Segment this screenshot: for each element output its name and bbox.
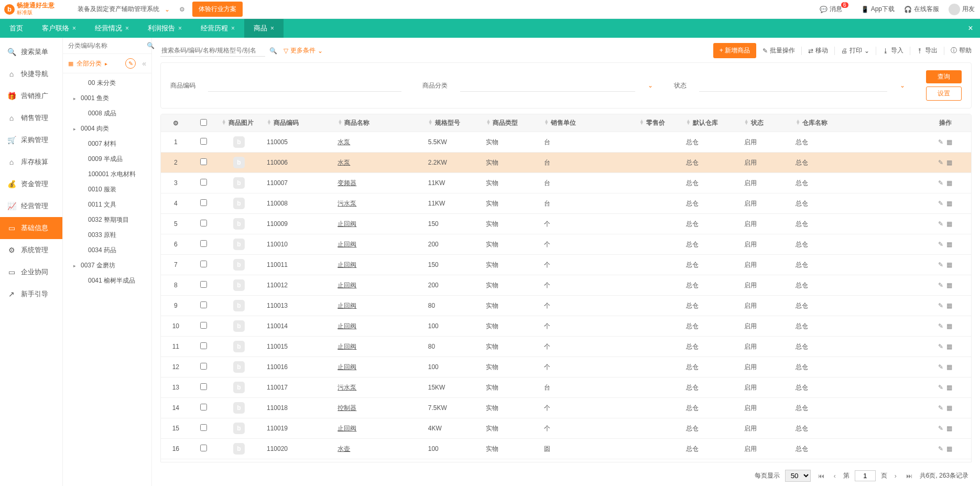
product-image-icon[interactable]: b (233, 361, 245, 373)
category-node[interactable]: 100001 水电材料 (63, 167, 151, 182)
row-check[interactable] (200, 404, 207, 411)
edit-icon[interactable]: ✎ (938, 445, 943, 452)
page-first[interactable]: ⏮ (816, 472, 826, 480)
more-icon[interactable]: ▦ (946, 322, 952, 330)
try-button[interactable]: 体验行业方案 (192, 2, 243, 17)
table-row[interactable]: 11b110015止回阀80实物个总仓启用总仓✎▦ (161, 337, 971, 357)
gear-icon[interactable]: ⚙ (179, 6, 185, 13)
product-name-link[interactable]: 止回阀 (337, 220, 356, 228)
nav-搜索菜单[interactable]: 🔍搜索菜单 (0, 41, 62, 63)
table-row[interactable]: 3b110007变频器11KW实物台总仓启用总仓✎▦ (161, 173, 971, 193)
table-row[interactable]: 4b110008污水泵11KW实物台总仓启用总仓✎▦ (161, 193, 971, 214)
product-image-icon[interactable]: b (233, 443, 245, 455)
filter-category-input[interactable] (460, 80, 636, 92)
nav-基础信息[interactable]: ▭基础信息 (0, 217, 62, 239)
table-row[interactable]: 13b110017污水泵15KW实物台总仓启用总仓✎▦ (161, 377, 971, 398)
more-icon[interactable]: ▦ (946, 302, 952, 309)
edit-category-icon[interactable]: ✎ (125, 58, 136, 69)
page-last[interactable]: ⏭ (904, 472, 914, 480)
more-conditions[interactable]: ▽ 更多条件 ⌄ (284, 46, 323, 55)
col-whname[interactable]: ▲▼仓库名称 (790, 114, 919, 132)
edit-icon[interactable]: ✎ (938, 425, 943, 432)
row-check[interactable] (200, 342, 207, 349)
product-image-icon[interactable]: b (233, 218, 245, 230)
row-check[interactable] (200, 199, 207, 206)
batch-ops[interactable]: ✎批量操作 (763, 46, 795, 55)
edit-icon[interactable]: ✎ (938, 343, 943, 350)
nav-系统管理[interactable]: ⚙系统管理 (0, 239, 62, 261)
product-image-icon[interactable]: b (233, 259, 245, 271)
product-image-icon[interactable]: b (233, 239, 245, 250)
edit-icon[interactable]: ✎ (938, 138, 943, 146)
filter-code-input[interactable] (208, 80, 401, 92)
edit-icon[interactable]: ✎ (938, 159, 943, 166)
close-all-tabs[interactable]: × (961, 19, 980, 38)
row-check[interactable] (200, 261, 207, 267)
table-row[interactable]: 17b110021水壶100实物圆总仓启用总仓✎▦ (161, 459, 971, 463)
more-icon[interactable]: ▦ (946, 241, 952, 248)
row-check[interactable] (200, 240, 207, 247)
print-button[interactable]: 🖨打印⌄ (841, 46, 869, 55)
setting-button[interactable]: 设置 (926, 87, 962, 101)
more-icon[interactable]: ▦ (946, 200, 952, 207)
product-image-icon[interactable]: b (233, 341, 245, 352)
more-icon[interactable]: ▦ (946, 425, 952, 432)
row-check[interactable] (200, 220, 207, 226)
row-check[interactable] (200, 445, 207, 451)
product-name-link[interactable]: 止回阀 (337, 261, 356, 268)
table-row[interactable]: 1b110005水泵5.5KW实物台总仓启用总仓✎▦ (161, 132, 971, 153)
tab-经营情况[interactable]: 经营情况× (85, 19, 138, 38)
close-icon[interactable]: × (178, 25, 182, 32)
chevron-down-icon[interactable]: ⌄ (648, 82, 653, 89)
category-all[interactable]: ▦ 全部分类 ▸ ✎ « (63, 54, 151, 73)
app-download-link[interactable]: 📱 App下载 (861, 5, 895, 14)
close-icon[interactable]: × (270, 25, 274, 32)
row-check[interactable] (200, 322, 207, 329)
search-icon[interactable]: 🔍 (269, 47, 277, 55)
tab-客户联络[interactable]: 客户联络× (32, 19, 85, 38)
nav-资金管理[interactable]: 💰资金管理 (0, 173, 62, 195)
more-icon[interactable]: ▦ (946, 363, 952, 371)
product-name-link[interactable]: 止回阀 (337, 425, 356, 432)
close-icon[interactable]: × (125, 25, 129, 32)
edit-icon[interactable]: ✎ (938, 404, 943, 412)
nav-采购管理[interactable]: 🛒采购管理 (0, 129, 62, 151)
product-name-link[interactable]: 止回阀 (337, 241, 356, 248)
tab-商品[interactable]: 商品× (244, 19, 284, 38)
category-node[interactable]: 0007 材料 (63, 136, 151, 152)
product-name-link[interactable]: 水泵 (337, 159, 350, 166)
nav-库存核算[interactable]: ⌂库存核算 (0, 151, 62, 173)
category-node[interactable]: 0032 整期项目 (63, 212, 151, 228)
nav-快捷导航[interactable]: ⌂快捷导航 (0, 63, 62, 85)
category-node[interactable]: 0009 半成品 (63, 152, 151, 167)
col-unit[interactable]: ▲▼销售单位 (539, 114, 609, 132)
product-image-icon[interactable]: b (233, 382, 245, 393)
more-icon[interactable]: ▦ (946, 179, 952, 187)
product-table-wrap[interactable]: ⚙ ▲▼商品图片 ▲▼商品编码 ▲▼商品名称 ▲▼规格型号 ▲▼商品类型 ▲▼销… (160, 114, 972, 462)
page-prev[interactable]: ‹ (832, 472, 838, 480)
category-node[interactable]: 0041 榆树半成品 (63, 273, 151, 288)
table-row[interactable]: 14b110018控制器7.5KW实物个总仓启用总仓✎▦ (161, 398, 971, 418)
table-row[interactable]: 6b110010止回阀200实物个总仓启用总仓✎▦ (161, 234, 971, 255)
table-row[interactable]: 2b110006水泵2.2KW实物台总仓启用总仓✎▦ (161, 153, 971, 173)
nav-新手引导[interactable]: ↗新手引导 (0, 283, 62, 305)
more-icon[interactable]: ▦ (946, 445, 952, 452)
collapse-icon[interactable]: « (142, 59, 146, 68)
category-node[interactable]: 0008 成品 (63, 106, 151, 121)
query-button[interactable]: 查询 (926, 70, 962, 83)
more-icon[interactable]: ▦ (946, 343, 952, 350)
table-row[interactable]: 7b110011止回阀150实物个总仓启用总仓✎▦ (161, 255, 971, 275)
tab-经营历程[interactable]: 经营历程× (191, 19, 244, 38)
category-node[interactable]: ▸0001 鱼类 (63, 91, 151, 106)
table-row[interactable]: 8b110012止回阀200实物个总仓启用总仓✎▦ (161, 275, 971, 296)
edit-icon[interactable]: ✎ (938, 261, 943, 268)
product-image-icon[interactable]: b (233, 423, 245, 434)
col-img[interactable]: ▲▼商品图片 (216, 114, 262, 132)
move-button[interactable]: ⇄移动 (808, 46, 828, 55)
product-image-icon[interactable]: b (233, 402, 245, 414)
user-menu[interactable]: 用友 (949, 4, 975, 15)
row-check[interactable] (200, 424, 207, 431)
edit-icon[interactable]: ✎ (938, 179, 943, 187)
product-image-icon[interactable]: b (233, 177, 245, 189)
more-icon[interactable]: ▦ (946, 220, 952, 228)
